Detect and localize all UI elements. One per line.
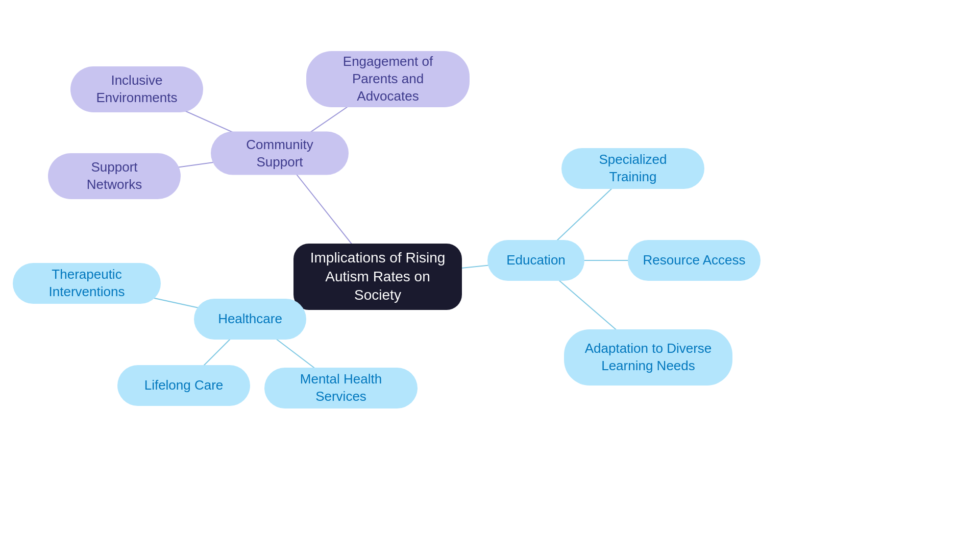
support-networks-node: Support Networks [48, 153, 181, 199]
lifelong-care-node: Lifelong Care [117, 365, 250, 406]
mental-health-services-node: Mental Health Services [264, 368, 418, 408]
center-node-label: Implications of Rising Autism Rates on S… [308, 249, 448, 304]
resource-access-label: Resource Access [643, 252, 746, 269]
specialized-training-node: Specialized Training [561, 148, 704, 189]
community-support-label: Community Support [225, 136, 334, 171]
healthcare-label: Healthcare [218, 310, 282, 328]
lifelong-care-label: Lifelong Care [144, 377, 224, 394]
education-label: Education [506, 252, 566, 269]
inclusive-environments-node: Inclusive Environments [70, 66, 203, 112]
education-node: Education [487, 240, 584, 281]
center-node: Implications of Rising Autism Rates on S… [293, 244, 462, 310]
inclusive-environments-label: Inclusive Environments [85, 72, 189, 107]
adaptation-node: Adaptation to Diverse Learning Needs [564, 329, 732, 386]
resource-access-node: Resource Access [628, 240, 761, 281]
community-support-node: Community Support [211, 132, 349, 175]
therapeutic-interventions-node: Therapeutic Interventions [13, 263, 161, 304]
engagement-parents-label: Engagement of Parents and Advocates [321, 53, 455, 105]
specialized-training-label: Specialized Training [576, 151, 690, 186]
healthcare-node: Healthcare [194, 299, 306, 340]
adaptation-label: Adaptation to Diverse Learning Needs [578, 340, 718, 375]
mental-health-services-label: Mental Health Services [279, 371, 403, 405]
support-networks-label: Support Networks [62, 159, 166, 194]
therapeutic-interventions-label: Therapeutic Interventions [27, 266, 146, 301]
engagement-parents-node: Engagement of Parents and Advocates [306, 51, 470, 107]
